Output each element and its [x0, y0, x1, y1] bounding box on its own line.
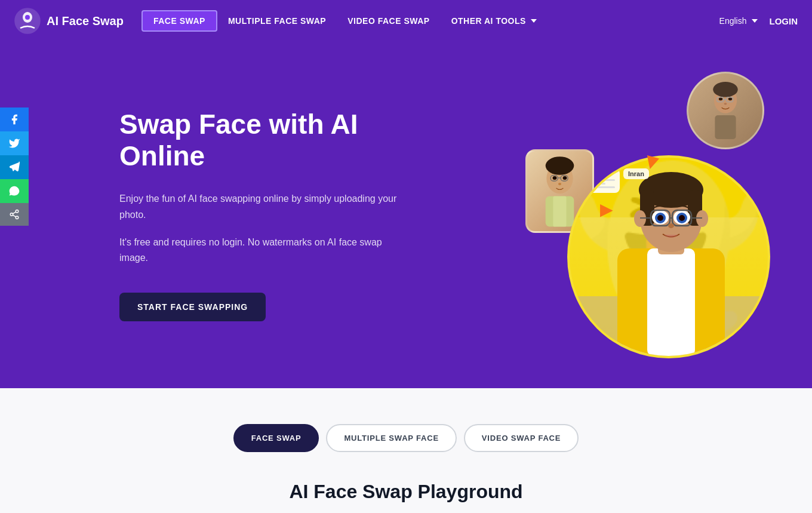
hero-title: Swap Face with AI Online — [119, 109, 406, 172]
svg-rect-32 — [647, 248, 695, 356]
svg-point-19 — [553, 176, 557, 180]
svg-line-4 — [13, 212, 16, 214]
nav-links: FACE SWAP MULTIPLE FACE SWAP VIDEO FACE … — [142, 10, 719, 32]
ui-elements-right — [748, 167, 759, 189]
whatsapp-share-button[interactable] — [0, 179, 29, 203]
share-button[interactable] — [0, 203, 29, 226]
person-top-illustration — [702, 82, 749, 139]
nav-face-swap[interactable]: FACE SWAP — [142, 10, 217, 32]
chevron-down-icon — [531, 19, 537, 23]
hero-subtitle2: It's free and requires no login. No wate… — [119, 235, 406, 266]
bottom-section: FACE SWAP MULTIPLE SWAP FACE VIDEO SWAP … — [0, 388, 812, 513]
svg-point-2 — [16, 216, 19, 219]
arrow-right-icon: ► — [596, 197, 617, 222]
twitter-share-button[interactable] — [0, 131, 29, 155]
start-face-swapping-button[interactable]: START FACE SWAPPING — [119, 293, 266, 321]
snap-ui-card — [578, 168, 620, 193]
tab-group: FACE SWAP MULTIPLE SWAP FACE VIDEO SWAP … — [230, 424, 583, 452]
social-sidebar — [0, 107, 29, 226]
name-label: Inran — [623, 168, 649, 179]
nav-right: English LOGIN — [719, 16, 798, 26]
svg-point-15 — [724, 103, 727, 105]
lang-chevron-icon — [752, 19, 758, 23]
svg-point-10 — [719, 97, 722, 100]
facebook-share-button[interactable] — [0, 107, 29, 131]
svg-point-51 — [668, 223, 674, 228]
svg-point-20 — [563, 176, 567, 180]
tab-face-swap[interactable]: FACE SWAP — [233, 424, 319, 452]
svg-rect-26 — [553, 196, 566, 227]
hero-content: Swap Face with AI Online Enjoy the fun o… — [119, 109, 406, 321]
svg-point-44 — [657, 215, 663, 221]
svg-point-24 — [558, 183, 561, 185]
playground-title: AI Face Swap Playground — [289, 481, 522, 503]
svg-point-45 — [679, 215, 685, 221]
telegram-share-button[interactable] — [0, 155, 29, 179]
hero-subtitle: Enjoy the fun of AI face swapping online… — [119, 191, 406, 223]
logo-link[interactable]: AI Face Swap — [14, 8, 124, 34]
tab-video-swap[interactable]: VIDEO SWAP FACE — [464, 424, 579, 452]
tab-multiple-swap[interactable]: MULTIPLE SWAP FACE — [326, 424, 456, 452]
svg-point-1 — [10, 213, 13, 216]
main-face-circle: 👻 — [567, 155, 770, 358]
svg-point-9 — [713, 82, 738, 97]
svg-point-11 — [728, 97, 732, 100]
logo-icon — [14, 8, 41, 34]
svg-point-7 — [25, 15, 30, 20]
navbar: AI Face Swap FACE SWAP MULTIPLE FACE SWA… — [0, 0, 812, 42]
nav-other-ai-tools[interactable]: OTHER AI TOOLS — [441, 11, 548, 30]
face-card-top — [687, 72, 764, 149]
svg-line-3 — [13, 215, 16, 217]
svg-point-0 — [16, 210, 19, 213]
nav-video-face-swap[interactable]: VIDEO FACE SWAP — [337, 11, 440, 30]
hero-section: Swap Face with AI Online Enjoy the fun o… — [0, 42, 812, 388]
language-selector[interactable]: English — [719, 16, 758, 26]
brand-name: AI Face Swap — [47, 14, 124, 28]
nav-multiple-face-swap[interactable]: MULTIPLE FACE SWAP — [217, 11, 337, 30]
svg-rect-16 — [715, 115, 736, 139]
hero-illustration: ▼ ► 👻 — [525, 72, 776, 358]
login-button[interactable]: LOGIN — [770, 16, 798, 26]
